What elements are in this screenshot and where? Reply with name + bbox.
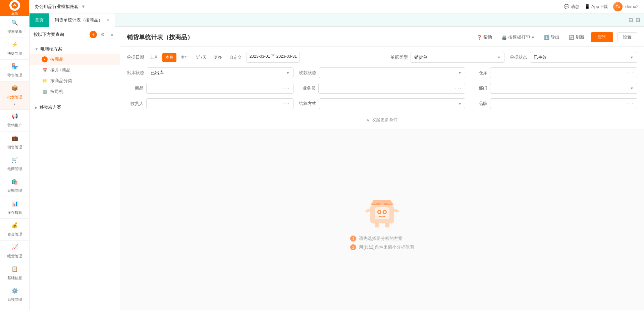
scheme-item-by-product[interactable]: ● 按商品 (30, 54, 120, 65)
sidebar-item-operation[interactable]: 📈 经营管理 (0, 241, 29, 262)
settings-scheme-btn[interactable]: ⚙ (99, 31, 106, 38)
empty-tips: 1 请先选择要分析的方案 2 用[过滤]条件来缩小分析范围 (350, 236, 414, 250)
sidebar-item-marketing[interactable]: 📢 营销推广 (0, 110, 29, 132)
left-panel: 按以下方案查询 + ⚙ « ▼ 电脑端方案 ● 按商品 📅 按 (30, 27, 120, 310)
settlement-label: 结算方式 (299, 101, 316, 107)
message-btn[interactable]: 💬 消息 (564, 4, 579, 10)
date-tab-this-year[interactable]: 本年 (178, 53, 192, 62)
user-profile-btn[interactable]: Ea demo2 (613, 2, 639, 11)
dept-select[interactable]: ▼ (490, 83, 637, 94)
tab-minimize-btn[interactable]: ⊟ (629, 17, 633, 23)
sidebar-item-basic[interactable]: 📋 基础信息 (0, 262, 29, 284)
tab-maximize-btn[interactable]: ⊞ (636, 17, 640, 23)
sidebar-item-quicknav[interactable]: ⚡ 快捷导航 (0, 38, 29, 60)
scheme-label-by-dept: 按司机 (50, 89, 63, 95)
collapse-bar[interactable]: ∧ 收起更多条件 (127, 114, 637, 124)
scheme-label-by-category: 按商品分类 (50, 78, 72, 84)
date-tab-last-month[interactable]: 上月 (147, 53, 161, 62)
sidebar-item-enterprise[interactable]: 🏢 企业协同 (0, 306, 29, 310)
user-avatar: Ea (613, 2, 623, 11)
date-range-input[interactable]: 2023-03-01 至 2023-03-31 (247, 52, 300, 63)
scheme-item-by-month-product[interactable]: 📅 按月+商品 (30, 65, 120, 75)
filter-row-3: 商品 ··· 业务员 ··· 部门 (127, 83, 637, 94)
tab-sales-stats[interactable]: 销货单统计表（按商品） ✕ (49, 13, 115, 27)
export-btn[interactable]: ⬇️ 导出 (541, 33, 562, 42)
tip-number-2: 2 (350, 244, 356, 250)
date-tabs: 上月 本月 本年 近7天 更多 自定义 (147, 53, 245, 62)
sidebar-item-finance[interactable]: 💰 资金管理 (0, 219, 29, 241)
date-range-value: 2023-03-01 至 2023-03-31 (250, 54, 297, 59)
sidebar-item-retail[interactable]: 🏪 零售管理 (0, 60, 29, 82)
sidebar-item-wholesale[interactable]: 📦 批发管理 ▲ (0, 82, 29, 110)
sidebar-item-system[interactable]: ⚙️ 系统管理 (0, 284, 29, 306)
mobile-label: 移动端方案 (40, 104, 61, 110)
dropdown-arrow[interactable]: ▼ (81, 4, 86, 9)
query-button[interactable]: 查询 (591, 32, 613, 42)
desktop-scheme-group: ▼ 电脑端方案 ● 按商品 📅 按月+商品 📁 按商品分类 🏢 按司机 (30, 41, 120, 100)
main-area: 办公用品行业模拟账套 ▼ 💬 消息 📱 App下载 Ea demo2 首页 (30, 0, 644, 310)
sidebar-item-search[interactable]: 🔍 搜索菜单 (0, 16, 29, 38)
doc-type-label: 单据类型 (390, 54, 408, 60)
scheme-item-by-category[interactable]: 📁 按商品分类 (30, 75, 120, 86)
warehouse-dots: ··· (627, 70, 634, 76)
recipient-select[interactable]: ··· (146, 98, 293, 109)
empty-tip-2: 2 用[过滤]条件来缩小分析范围 (350, 244, 414, 250)
date-tab-more[interactable]: 更多 (211, 53, 225, 62)
svg-rect-3 (375, 207, 389, 219)
product-label: 商品 (127, 85, 144, 91)
doc-status-select[interactable]: 已生效 ▼ (530, 52, 637, 63)
add-scheme-btn[interactable]: + (90, 31, 97, 38)
svg-point-6 (378, 211, 380, 213)
warehouse-select[interactable]: ··· (490, 67, 637, 78)
refresh-btn[interactable]: 🔄 刷新 (566, 33, 587, 42)
page-title: 销货单统计表（按商品） (127, 33, 193, 41)
filter-brand: 品牌 ··· (471, 98, 637, 109)
tab-home[interactable]: 首页 (30, 13, 49, 27)
sidebar-item-sales[interactable]: 💼 销售管理 (0, 132, 29, 153)
brand-select[interactable]: ··· (490, 98, 637, 109)
product-select[interactable]: ··· (146, 83, 293, 94)
date-tab-custom[interactable]: 自定义 (226, 53, 245, 62)
doc-type-select[interactable]: 销货单 ▼ (411, 52, 504, 63)
app-download-btn[interactable]: 📱 App下载 (585, 4, 608, 10)
content-area: 按以下方案查询 + ⚙ « ▼ 电脑端方案 ● 按商品 📅 按 (30, 27, 644, 310)
sidebar-item-inventory[interactable]: 📊 库存核算 (0, 197, 29, 219)
brand-dots: ··· (627, 101, 634, 107)
svg-point-7 (384, 211, 386, 213)
warehouse-status-select[interactable]: 已出库 ▼ (147, 67, 293, 78)
recipient-label: 收货人 (127, 101, 144, 107)
filter-row-2: 出库状态 已出库 ▼ 收款状态 ▼ 仓库 (127, 67, 637, 78)
sidebar-item-ecommerce[interactable]: 🛒 电商管理 (0, 153, 29, 175)
print-icon: 🖨️ (501, 35, 507, 40)
date-tab-this-month[interactable]: 本月 (162, 53, 176, 62)
salesperson-select[interactable]: ··· (318, 83, 466, 94)
settlement-select[interactable]: ▼ (319, 98, 466, 109)
payment-status-arrow: ▼ (458, 71, 462, 75)
warehouse-status-label: 出库状态 (127, 70, 144, 76)
mobile-scheme-group: ▶ 移动端方案 (30, 100, 120, 115)
help-btn[interactable]: ❓ 帮助 (474, 33, 495, 42)
template-print-btn[interactable]: 🖨️ 按模板打印 ▼ (499, 33, 537, 42)
salesperson-dots: ··· (455, 85, 462, 91)
sidebar-item-purchase[interactable]: 🛍️ 采购管理 (0, 175, 29, 197)
mobile-scheme-title[interactable]: ▶ 移动端方案 (30, 102, 120, 112)
scheme-item-by-dept[interactable]: 🏢 按司机 (30, 86, 120, 97)
brand-label: 品牌 (471, 101, 487, 107)
date-tab-7days[interactable]: 近7天 (193, 53, 210, 62)
settlement-arrow: ▼ (458, 102, 462, 106)
tab-close-btn[interactable]: ✕ (106, 18, 109, 22)
settings-button[interactable]: 设置 (617, 32, 637, 42)
main-content: 1 请先选择要分析的方案 2 用[过滤]条件来缩小分析范围 (120, 130, 644, 310)
svg-rect-9 (385, 223, 389, 227)
scheme-label-by-product: 按商品 (50, 56, 63, 62)
tip-number-1: 1 (350, 236, 356, 242)
payment-status-select[interactable]: ▼ (319, 67, 466, 78)
collapse-icon: ∧ (366, 117, 370, 122)
left-panel-header: 按以下方案查询 + ⚙ « (30, 27, 120, 41)
right-panel: 销货单统计表（按商品） ❓ 帮助 🖨️ 按模板打印 ▼ ⬇️ 导出 (120, 27, 644, 310)
filter-doc-type: 单据类型 销货单 ▼ (390, 52, 504, 63)
collapse-panel-btn[interactable]: « (108, 31, 116, 38)
desktop-scheme-title[interactable]: ▼ 电脑端方案 (30, 44, 120, 54)
doc-type-arrow: ▼ (497, 55, 501, 59)
doc-status-arrow: ▼ (630, 55, 634, 59)
